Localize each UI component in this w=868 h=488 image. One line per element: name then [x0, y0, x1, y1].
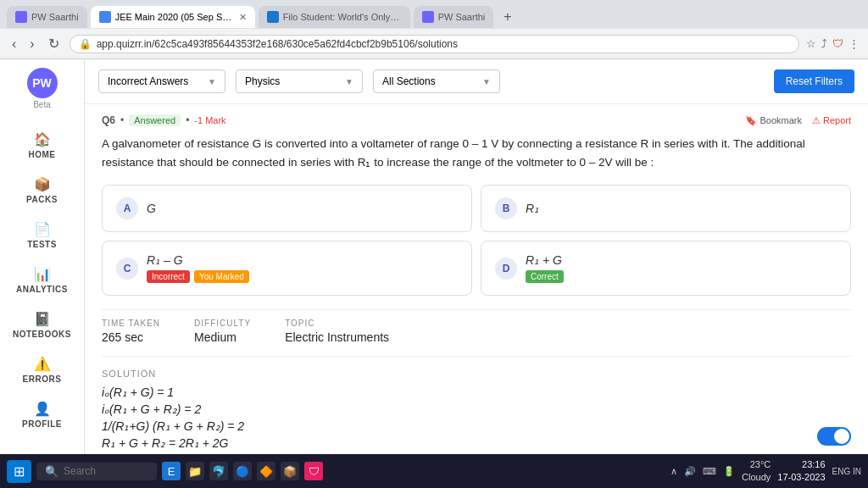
- sidebar-analytics-label: ANALYTICS: [16, 285, 68, 294]
- tab-pw-saarthi-2[interactable]: PW Saarthi: [414, 6, 494, 28]
- taskbar-battery-icon: 🔋: [723, 466, 735, 477]
- question-text: A galvanometer of resistance G is conver…: [102, 135, 851, 171]
- errors-icon: ⚠️: [34, 356, 51, 372]
- sidebar: PW Beta 🏠 HOME 📦 PACKS 📄 TESTS 📊 ANALYTI…: [0, 59, 85, 488]
- reload-button[interactable]: ↻: [45, 34, 63, 53]
- taskbar: ⊞ 🔍 E 📁 🐬 🔵 🔶 📦 🛡 ∧ 🔊 ⌨ 🔋: [0, 454, 868, 488]
- option-c[interactable]: C R₁ – G Incorrect You Marked: [102, 241, 472, 296]
- taskbar-explorer-icon[interactable]: 📁: [186, 462, 204, 480]
- taskbar-browser-icon[interactable]: E: [162, 462, 181, 480]
- filter-incorrect-answers[interactable]: Incorrect Answers ▼: [98, 69, 225, 93]
- report-button[interactable]: ⚠ Report: [812, 115, 851, 126]
- sidebar-home-label: HOME: [29, 150, 56, 159]
- search-icon: 🔍: [45, 465, 58, 478]
- sidebar-item-analytics[interactable]: 📊 ANALYTICS: [0, 258, 84, 302]
- chevron-down-icon: ▼: [482, 77, 491, 86]
- stats-row: TIME TAKEN 265 sec DIFFICULTY Medium TOP…: [102, 309, 851, 357]
- taskbar-expand-icon[interactable]: ∧: [670, 466, 677, 477]
- toggle-switch[interactable]: [817, 427, 851, 446]
- taskbar-app1-icon[interactable]: 🐬: [209, 462, 228, 480]
- sidebar-item-profile[interactable]: 👤 PROFILE: [0, 392, 84, 437]
- option-c-inner: R₁ – G Incorrect You Marked: [147, 253, 249, 283]
- chevron-down-icon: ▼: [208, 77, 216, 86]
- tab-jee-main[interactable]: JEE Main 2020 (05 Sep Shift 1) - C ✕: [91, 6, 255, 28]
- mark-badge: -1 Mark: [194, 115, 225, 125]
- address-bar[interactable]: 🔒 app.quizrr.in/62c5ca493f85644353f2e168…: [70, 35, 799, 53]
- date-display: 17-03-2023: [777, 471, 825, 484]
- tab-bar: PW Saarthi JEE Main 2020 (05 Sep Shift 1…: [0, 0, 868, 29]
- bookmark-star-icon[interactable]: ☆: [806, 37, 816, 50]
- sidebar-item-notebooks[interactable]: 📓 NOTEBOOKS: [0, 302, 84, 347]
- taskbar-time[interactable]: 23:16 17-03-2023: [777, 458, 825, 485]
- taskbar-app2-icon[interactable]: 🔵: [233, 462, 252, 480]
- nav-bar: ‹ › ↻ 🔒 app.quizrr.in/62c5ca493f85644353…: [0, 29, 868, 59]
- answered-badge: Answered: [129, 114, 181, 126]
- taskbar-keyboard-icon[interactable]: ⌨: [703, 466, 716, 477]
- taskbar-app3-icon[interactable]: 🔶: [257, 462, 275, 480]
- sidebar-packs-label: PACKS: [26, 195, 58, 204]
- logo-beta-label: Beta: [33, 100, 51, 109]
- start-button[interactable]: ⊞: [7, 460, 31, 483]
- time-taken-label: TIME TAKEN: [102, 319, 160, 328]
- option-c-label: C: [116, 258, 138, 280]
- question-number: Q6: [102, 114, 115, 126]
- weather-condition: Cloudy: [742, 471, 771, 484]
- taskbar-weather: 23°C Cloudy: [742, 458, 771, 485]
- new-tab-button[interactable]: +: [497, 6, 518, 28]
- option-d-badges: Correct: [526, 270, 564, 283]
- stat-difficulty: DIFFICULTY Medium: [194, 319, 251, 344]
- incorrect-badge: Incorrect: [147, 270, 190, 283]
- solution-title: SOLUTION: [102, 369, 851, 379]
- taskbar-app5-icon[interactable]: 🛡: [304, 462, 323, 480]
- menu-icon[interactable]: ⋮: [849, 37, 860, 50]
- tab-pw-saarthi-1[interactable]: PW Saarthi: [7, 6, 87, 28]
- bookmark-button[interactable]: 🔖 Bookmark: [745, 115, 802, 126]
- topic-label: TOPIC: [285, 319, 389, 328]
- solution-line-4: R₁ + G + R₂ = 2R₁ + 2G: [102, 436, 851, 450]
- meta-actions: 🔖 Bookmark ⚠ Report: [745, 115, 851, 126]
- share-icon[interactable]: ⤴: [821, 37, 827, 50]
- time-taken-value: 265 sec: [102, 330, 160, 344]
- forward-button[interactable]: ›: [26, 35, 37, 53]
- taskbar-speaker-icon[interactable]: 🔊: [684, 466, 696, 477]
- sidebar-item-packs[interactable]: 📦 PACKS: [0, 168, 84, 213]
- app-body: PW Beta 🏠 HOME 📦 PACKS 📄 TESTS 📊 ANALYTI…: [0, 59, 868, 488]
- profile-icon: 👤: [34, 401, 51, 417]
- packs-icon: 📦: [34, 176, 51, 192]
- option-c-text: R₁ – G: [147, 253, 249, 267]
- filter-all-sections[interactable]: All Sections ▼: [373, 69, 500, 93]
- taskbar-app4-icon[interactable]: 📦: [281, 462, 299, 480]
- bookmark-label: Bookmark: [760, 115, 802, 125]
- sidebar-profile-label: PROFILE: [22, 419, 62, 429]
- toggle-knob: [834, 429, 849, 444]
- tab-filo[interactable]: Filo Student: World's Only Live Instan..…: [259, 6, 410, 28]
- taskbar-lang[interactable]: ENG IN: [832, 466, 861, 477]
- option-b-inner: R₁: [526, 202, 539, 215]
- weather-temp: 23°C: [742, 458, 771, 471]
- time-display: 23:16: [777, 458, 825, 471]
- nav-actions: ☆ ⤴ 🛡 ⋮: [806, 37, 860, 50]
- sidebar-item-tests[interactable]: 📄 TESTS: [0, 213, 84, 258]
- taskbar-search[interactable]: 🔍: [36, 463, 157, 480]
- back-button[interactable]: ‹: [8, 35, 19, 53]
- question-meta-left: Q6 • Answered • -1 Mark: [102, 114, 226, 126]
- close-icon[interactable]: ✕: [239, 12, 247, 23]
- sidebar-notebooks-label: NOTEBOOKS: [13, 330, 71, 339]
- tab-label: Filo Student: World's Only Live Instan..…: [283, 12, 402, 22]
- option-d-label: D: [495, 258, 517, 280]
- option-b[interactable]: B R₁: [481, 185, 851, 232]
- stat-topic: TOPIC Electric Instruments: [285, 319, 389, 344]
- tab-icon: [99, 11, 111, 23]
- option-a-text: G: [147, 202, 156, 215]
- solution-line-2: iₒ(R₁ + G + R₂) = 2: [102, 402, 851, 416]
- reset-filters-button[interactable]: Reset Filters: [774, 69, 854, 93]
- option-d[interactable]: D R₁ + G Correct: [481, 241, 851, 296]
- option-a[interactable]: A G: [102, 185, 472, 232]
- sidebar-tests-label: TESTS: [27, 240, 57, 249]
- sidebar-item-home[interactable]: 🏠 HOME: [0, 123, 84, 168]
- shield-icon[interactable]: 🛡: [832, 37, 843, 50]
- sidebar-item-errors[interactable]: ⚠️ ERRORS: [0, 347, 84, 392]
- stat-time-taken: TIME TAKEN 265 sec: [102, 319, 160, 344]
- filter-physics[interactable]: Physics ▼: [236, 69, 363, 93]
- search-input[interactable]: [64, 465, 148, 477]
